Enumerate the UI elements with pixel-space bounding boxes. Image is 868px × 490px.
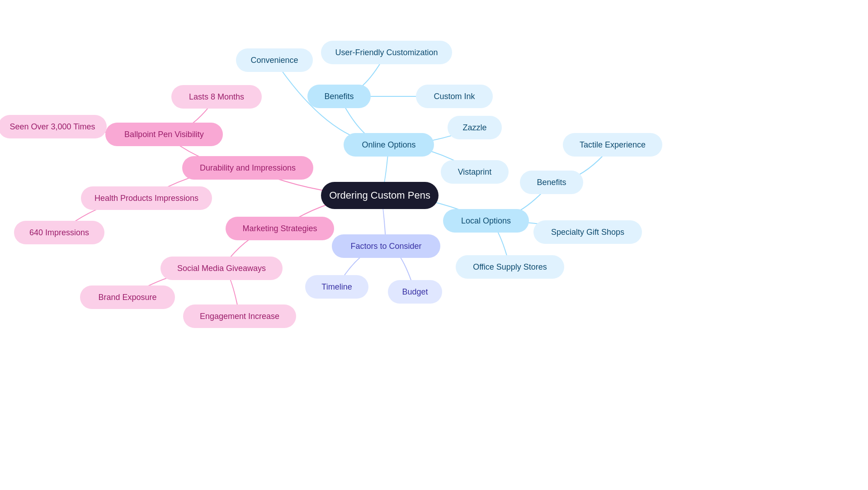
node-factors[interactable]: Factors to Consider (332, 234, 440, 258)
node-benefits-local[interactable]: Benefits (520, 171, 583, 194)
node-lasts[interactable]: Lasts 8 Months (171, 85, 262, 109)
node-user-friendly[interactable]: User-Friendly Customization (321, 41, 452, 64)
node-ballpoint[interactable]: Ballpoint Pen Visibility (105, 123, 223, 146)
node-office-supply[interactable]: Office Supply Stores (456, 255, 564, 279)
node-marketing[interactable]: Marketing Strategies (226, 217, 334, 240)
node-brand-exposure[interactable]: Brand Exposure (80, 285, 175, 309)
mind-map-container: Ordering Custom PensOnline OptionsBenefi… (0, 0, 868, 490)
node-zazzle[interactable]: Zazzle (448, 116, 502, 139)
node-convenience[interactable]: Convenience (236, 48, 313, 72)
node-impressions[interactable]: 640 Impressions (14, 221, 104, 244)
node-durability[interactable]: Durability and Impressions (182, 156, 313, 180)
node-custom-ink[interactable]: Custom Ink (416, 85, 493, 108)
node-budget[interactable]: Budget (388, 280, 442, 304)
node-social-media[interactable]: Social Media Giveaways (160, 257, 283, 280)
node-center[interactable]: Ordering Custom Pens (321, 182, 439, 209)
node-specialty-gift[interactable]: Specialty Gift Shops (533, 220, 642, 244)
node-seen[interactable]: Seen Over 3,000 Times (0, 115, 107, 138)
node-local-options[interactable]: Local Options (443, 209, 529, 233)
node-online-options[interactable]: Online Options (344, 133, 434, 157)
node-vistaprint[interactable]: Vistaprint (441, 160, 509, 184)
node-health[interactable]: Health Products Impressions (81, 186, 212, 210)
node-timeline[interactable]: Timeline (305, 275, 368, 299)
node-tactile[interactable]: Tactile Experience (563, 133, 662, 157)
node-engagement[interactable]: Engagement Increase (183, 304, 296, 328)
node-benefits-online[interactable]: Benefits (307, 85, 371, 108)
